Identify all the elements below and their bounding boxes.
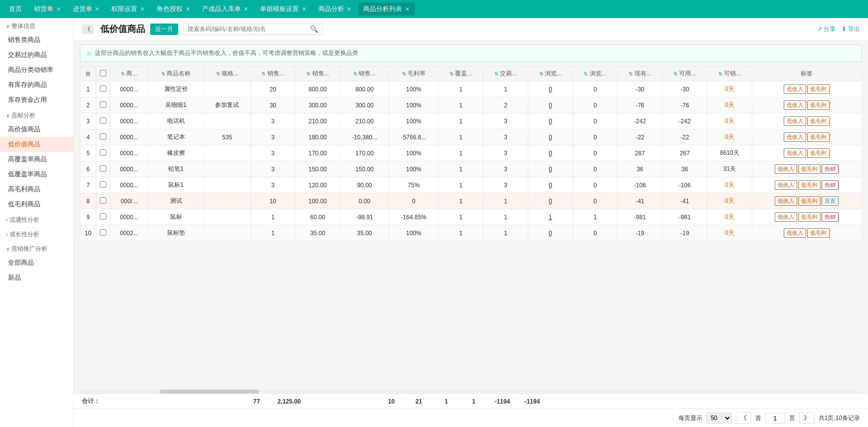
first-page-btn[interactable]: 《 <box>736 412 751 424</box>
cell-view1[interactable]: 0 <box>528 177 573 193</box>
nav-close-template[interactable]: ✕ <box>302 6 306 12</box>
nav-template[interactable]: 单据模板设置 ✕ <box>255 2 311 15</box>
toggle-icon-marketing[interactable]: ∨ <box>6 246 9 252</box>
col-sales3[interactable]: ⇅ 销售... <box>340 66 389 81</box>
sidebar-item-low-value[interactable]: 低价值商品 <box>0 137 73 152</box>
row-checkbox[interactable] <box>100 117 106 124</box>
view1-link[interactable]: 0 <box>549 198 552 205</box>
toggle-icon-contribution[interactable]: ∨ <box>6 113 9 118</box>
col-settings[interactable]: ⚙ <box>80 66 96 81</box>
cell-checkbox[interactable] <box>96 81 110 97</box>
next-page-btn[interactable]: 》 <box>799 412 815 424</box>
cell-checkbox[interactable] <box>96 193 110 209</box>
page-number-input[interactable] <box>765 413 785 424</box>
nav-sales[interactable]: 销货单 ✕ <box>29 2 66 15</box>
sidebar-item-inventory[interactable]: 有库存的商品 <box>0 77 73 92</box>
toggle-icon-overall[interactable]: ∨ <box>6 23 9 29</box>
select-all-checkbox[interactable] <box>100 70 106 76</box>
row-checkbox[interactable] <box>100 149 106 156</box>
nav-home[interactable]: 首页 <box>4 2 27 15</box>
sidebar-item-all-products[interactable]: 全部商品 <box>0 255 73 270</box>
cell-checkbox[interactable] <box>96 225 110 241</box>
sidebar-item-sales-products[interactable]: 销售类商品 <box>0 32 73 47</box>
row-checkbox[interactable] <box>100 85 106 92</box>
sidebar-item-high-coverage[interactable]: 高覆盖率商品 <box>0 152 73 167</box>
share-button[interactable]: ↗ 分享 <box>817 25 836 33</box>
nav-storage[interactable]: 产成品入库单 ✕ <box>197 2 253 15</box>
horizontal-scrollbar[interactable] <box>80 390 862 394</box>
cell-checkbox[interactable] <box>96 129 110 145</box>
cell-view1[interactable]: 0 <box>528 97 573 113</box>
view1-link[interactable]: 0 <box>549 86 552 93</box>
cell-view1[interactable]: 0 <box>528 193 573 209</box>
nav-close-permissions[interactable]: ✕ <box>140 6 145 12</box>
cell-checkbox[interactable] <box>96 177 110 193</box>
sidebar-item-capital[interactable]: 库存资金占用 <box>0 92 73 107</box>
col-sales2[interactable]: ⇅ 销售... <box>295 66 340 81</box>
row-checkbox[interactable] <box>100 229 106 236</box>
nav-close-storage[interactable]: ✕ <box>243 6 248 12</box>
row-checkbox[interactable] <box>100 181 106 188</box>
nav-roles[interactable]: 角色授权 ✕ <box>152 2 195 15</box>
view1-link[interactable]: 0 <box>549 134 552 141</box>
cell-view1[interactable]: 1 <box>528 209 573 225</box>
cell-checkbox[interactable] <box>96 145 110 161</box>
col-trade[interactable]: ⇅ 交易... <box>483 66 528 81</box>
col-gross-rate[interactable]: ⇅ 毛利率 <box>389 66 438 81</box>
per-page-select[interactable]: 50 100 200 <box>706 413 732 424</box>
cell-checkbox[interactable] <box>96 209 110 225</box>
table-container[interactable]: ⚙ ⇅ 商... ⇅ 商品名称 ⇅ 规格... ⇅ 销售... ⇅ 销售... … <box>74 66 868 390</box>
cell-view1[interactable]: 0 <box>528 129 573 145</box>
view1-link[interactable]: 0 <box>549 182 552 189</box>
cell-view1[interactable]: 0 <box>528 81 573 97</box>
sidebar-item-low-coverage[interactable]: 低覆盖率商品 <box>0 167 73 182</box>
col-code[interactable]: ⇅ 商... <box>110 66 148 81</box>
col-spec[interactable]: ⇅ 规格... <box>204 66 250 81</box>
cell-view1[interactable]: 0 <box>528 113 573 129</box>
view1-link[interactable]: 0 <box>549 150 552 157</box>
nav-close-purchase[interactable]: ✕ <box>95 6 99 12</box>
cell-view1[interactable]: 0 <box>528 145 573 161</box>
row-checkbox[interactable] <box>100 197 106 204</box>
nav-close-roles[interactable]: ✕ <box>186 6 190 12</box>
view1-link[interactable]: 0 <box>549 166 552 173</box>
nav-analysis[interactable]: 商品分析 ✕ <box>313 2 357 15</box>
toggle-icon-circulation[interactable]: › <box>6 217 7 223</box>
nav-close-analysis-list[interactable]: ✕ <box>405 6 410 12</box>
sidebar-item-high-value[interactable]: 高价值商品 <box>0 122 73 137</box>
row-checkbox[interactable] <box>100 213 106 220</box>
sidebar-item-category-rate[interactable]: 商品分类动销率 <box>0 62 73 77</box>
toggle-icon-growth[interactable]: › <box>6 232 7 237</box>
view1-link[interactable]: 0 <box>549 102 552 109</box>
sidebar-item-high-margin[interactable]: 高毛利商品 <box>0 182 73 197</box>
row-checkbox[interactable] <box>100 165 106 172</box>
view1-link[interactable]: 0 <box>549 118 552 125</box>
nav-analysis-list[interactable]: 商品分析列表 ✕ <box>358 2 415 15</box>
cell-checkbox[interactable] <box>96 113 110 129</box>
search-input[interactable] <box>188 25 307 32</box>
col-current[interactable]: ⇅ 现有... <box>618 66 662 81</box>
period-button[interactable]: 近一月 <box>150 23 178 35</box>
nav-purchase[interactable]: 进货单 ✕ <box>68 2 105 15</box>
nav-close-analysis[interactable]: ✕ <box>347 6 351 12</box>
view1-link[interactable]: 0 <box>549 230 552 237</box>
nav-close-sales[interactable]: ✕ <box>56 6 61 12</box>
col-view2[interactable]: ⇅ 浏览... <box>573 66 618 81</box>
scrollbar-thumb[interactable] <box>160 390 259 394</box>
cell-view1[interactable]: 0 <box>528 225 573 241</box>
row-checkbox[interactable] <box>100 133 106 140</box>
col-view1[interactable]: ⇅ 浏览... <box>528 66 573 81</box>
sidebar-collapse-btn[interactable]: 《 <box>82 24 93 34</box>
nav-permissions[interactable]: 权限设置 ✕ <box>106 2 150 15</box>
col-name[interactable]: ⇅ 商品名称 <box>148 66 204 81</box>
view1-link[interactable]: 1 <box>549 214 552 221</box>
search-icon[interactable]: 🔍 <box>310 25 318 33</box>
cell-checkbox[interactable] <box>96 97 110 113</box>
col-available[interactable]: ⇅ 可用... <box>662 66 707 81</box>
cell-checkbox[interactable] <box>96 161 110 177</box>
sidebar-item-low-margin[interactable]: 低毛利商品 <box>0 197 73 212</box>
export-button[interactable]: ⬇ 导出 <box>842 25 860 33</box>
cell-view1[interactable]: 0 <box>528 161 573 177</box>
col-coverage[interactable]: ⇅ 覆盖... <box>438 66 483 81</box>
col-sales1[interactable]: ⇅ 销售... <box>250 66 295 81</box>
